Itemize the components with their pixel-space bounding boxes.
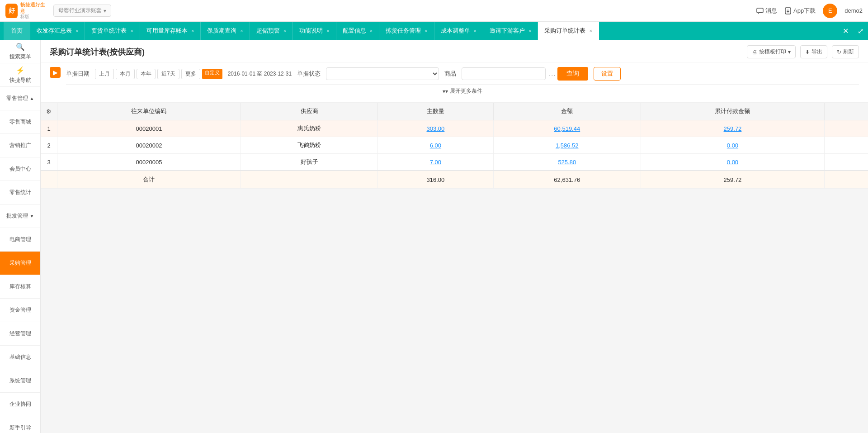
- close-available-stock[interactable]: ×: [191, 28, 194, 33]
- logo-area: 好 畅捷通好生意 标版: [5, 2, 46, 19]
- nav-tabs: 首页 收发存汇总表 × 要货单统计表 × 可用量库存账本 × 保质期查询 × 超…: [0, 22, 868, 40]
- last-7days-btn[interactable]: 近7天: [157, 69, 179, 79]
- close-overstock-alert[interactable]: ×: [283, 28, 286, 33]
- th-setting[interactable]: ⚙: [41, 103, 57, 120]
- th-extra: [824, 103, 868, 120]
- tab-overstock-alert[interactable]: 超储预警 ×: [250, 22, 293, 40]
- sidebar-item-basic-info[interactable]: 基础信息: [0, 346, 40, 369]
- goods-more-icon[interactable]: …: [548, 70, 556, 78]
- row2-amount[interactable]: 1,586.52: [493, 137, 641, 154]
- sidebar-item-system-manage[interactable]: 系统管理: [0, 369, 40, 393]
- row1-supplier: 惠氏奶粉: [241, 120, 377, 137]
- workspace-selector[interactable]: 母婴行业演示账套 ▾: [53, 5, 111, 17]
- row3-qty[interactable]: 7.00: [378, 154, 493, 171]
- table-row: 2 00020002 飞鹤奶粉 6.00 1,586.52 0.00: [41, 137, 868, 154]
- tab-collection-summary[interactable]: 收发存汇总表 ×: [30, 22, 85, 40]
- message-btn[interactable]: 消息: [756, 7, 777, 15]
- row3-supplier: 好孩子: [241, 154, 377, 171]
- tab-purchase-summary[interactable]: 采购订单统计表 ×: [538, 22, 599, 40]
- tab-picking-tasks[interactable]: 拣货任务管理 ×: [379, 22, 434, 40]
- nav-close-btn[interactable]: ✕: [838, 22, 853, 40]
- sidebar-item-purchase-manage[interactable]: 采购管理: [0, 252, 40, 275]
- workspace-name: 母婴行业演示账套: [58, 7, 102, 14]
- row1-amount[interactable]: 60,519.44: [493, 120, 641, 137]
- sidebar-item-marketing[interactable]: 营销推广: [0, 134, 40, 157]
- tab-home[interactable]: 首页: [4, 22, 30, 40]
- close-invite-downstream[interactable]: ×: [528, 28, 531, 33]
- last-month-btn[interactable]: 上月: [95, 69, 114, 79]
- refresh-btn[interactable]: ↻ 刷新: [832, 45, 859, 58]
- export-btn[interactable]: ⬇ 导出: [800, 45, 827, 58]
- goods-input[interactable]: [462, 67, 546, 80]
- row3-extra: [824, 154, 868, 171]
- row1-qty[interactable]: 303.00: [378, 120, 493, 137]
- close-collection-summary[interactable]: ×: [75, 28, 78, 33]
- query-btn[interactable]: 查询: [557, 67, 588, 81]
- tab-function-desc[interactable]: 功能说明 ×: [293, 22, 336, 40]
- sidebar-item-retail-stats[interactable]: 零售统计: [0, 181, 40, 205]
- row1-paid[interactable]: 259.72: [641, 120, 825, 137]
- sidebar-item-fund-manage[interactable]: 资金管理: [0, 299, 40, 322]
- status-filter-label: 单据状态: [297, 70, 321, 78]
- row2-paid[interactable]: 0.00: [641, 137, 825, 154]
- close-picking-tasks[interactable]: ×: [425, 28, 427, 33]
- nav-expand-btn[interactable]: ⤢: [853, 22, 868, 40]
- sidebar-item-retail-shop[interactable]: 零售商城: [0, 110, 40, 134]
- close-config-info[interactable]: ×: [370, 28, 373, 33]
- tab-warranty-query[interactable]: 保质期查询 ×: [201, 22, 250, 40]
- this-year-btn[interactable]: 本年: [137, 69, 156, 79]
- filter-row: 单据日期 上月 本月 本年 近7天 更多 自定义 2016-01-01 至 20…: [66, 67, 859, 81]
- row3-paid[interactable]: 0.00: [641, 154, 825, 171]
- logo-text: 畅捷通好生意 标版: [20, 2, 46, 19]
- summary-label: 合计: [57, 171, 241, 189]
- close-purchase-summary[interactable]: ×: [589, 28, 592, 33]
- close-cost-adjust[interactable]: ×: [474, 28, 476, 33]
- custom-date-badge[interactable]: 自定义: [202, 69, 222, 79]
- sidebar-item-retail-manage[interactable]: 零售管理 ▲: [0, 87, 40, 110]
- logo-icon: 好: [5, 4, 18, 18]
- summary-extra: [824, 171, 868, 189]
- content-wrapper: 采购订单统计表(按供应商) 🖨 按模板打印 ▾ ⬇ 导出 ↻ 刷新: [41, 40, 868, 433]
- sidebar-item-inventory-check[interactable]: 库存核算: [0, 275, 40, 299]
- row2-qty[interactable]: 6.00: [378, 137, 493, 154]
- filter-bar: ▶ 单据日期 上月 本月 本年 近7天 更多 自定义 2016-0: [41, 62, 868, 103]
- table-row: 1 00020001 惠氏奶粉 303.00 60,519.44 259.72: [41, 120, 868, 137]
- status-select[interactable]: [326, 67, 439, 80]
- data-table: ⚙ 往来单位编码 供应商 主数量 金额 累计付款金额 1 00020001 惠氏…: [41, 103, 868, 189]
- sidebar: 🔍 搜索菜单 ⚡ 快捷导航 零售管理 ▲ 零售商城 营销推广 会员中心 零售统计…: [0, 40, 41, 433]
- row2-no: 2: [41, 137, 57, 154]
- expand-filter-btn[interactable]: ▶: [50, 67, 61, 78]
- expand-more-btn[interactable]: ▾▾ 展开更多条件: [66, 84, 859, 98]
- sidebar-item-wholesale-manage[interactable]: 批发管理 ▼: [0, 205, 40, 228]
- row3-code: 00020005: [57, 154, 241, 171]
- sidebar-item-search[interactable]: 🔍 搜索菜单: [0, 40, 40, 63]
- sidebar-item-enterprise-collab[interactable]: 企业协同: [0, 393, 40, 416]
- tab-cost-adjust[interactable]: 成本调整单 ×: [434, 22, 483, 40]
- this-month-btn[interactable]: 本月: [116, 69, 135, 79]
- expand-more-icon: ▾▾: [443, 88, 448, 95]
- row1-code: 00020001: [57, 120, 241, 137]
- more-dates-btn[interactable]: 更多: [181, 69, 200, 79]
- app-download-btn[interactable]: App下载: [784, 7, 816, 15]
- print-dropdown-icon: ▾: [788, 49, 791, 55]
- sidebar-item-operation-manage[interactable]: 经营管理: [0, 322, 40, 346]
- tab-available-stock[interactable]: 可用量库存账本 ×: [140, 22, 201, 40]
- date-filter-label: 单据日期: [66, 70, 90, 78]
- workspace-arrow: ▾: [104, 8, 106, 14]
- sidebar-item-new-guide[interactable]: 新手引导: [0, 416, 40, 433]
- close-function-desc[interactable]: ×: [326, 28, 329, 33]
- close-warranty-query[interactable]: ×: [240, 28, 243, 33]
- tab-requisition-summary[interactable]: 要货单统计表 ×: [85, 22, 140, 40]
- tab-invite-downstream[interactable]: 邀请下游客户 ×: [483, 22, 538, 40]
- header-actions: 🖨 按模板打印 ▾ ⬇ 导出 ↻ 刷新: [747, 45, 859, 58]
- row3-amount[interactable]: 525.80: [493, 154, 641, 171]
- summary-paid: 259.72: [641, 171, 825, 189]
- sidebar-item-member-center[interactable]: 会员中心: [0, 157, 40, 181]
- sidebar-item-quick-nav[interactable]: ⚡ 快捷导航: [0, 63, 40, 87]
- tab-config-info[interactable]: 配置信息 ×: [336, 22, 379, 40]
- print-btn[interactable]: 🖨 按模板打印 ▾: [747, 45, 796, 58]
- setting-btn[interactable]: 设置: [594, 67, 621, 81]
- close-requisition-summary[interactable]: ×: [130, 28, 133, 33]
- goods-filter-wrap: …: [462, 67, 552, 80]
- sidebar-item-ecommerce[interactable]: 电商管理: [0, 228, 40, 252]
